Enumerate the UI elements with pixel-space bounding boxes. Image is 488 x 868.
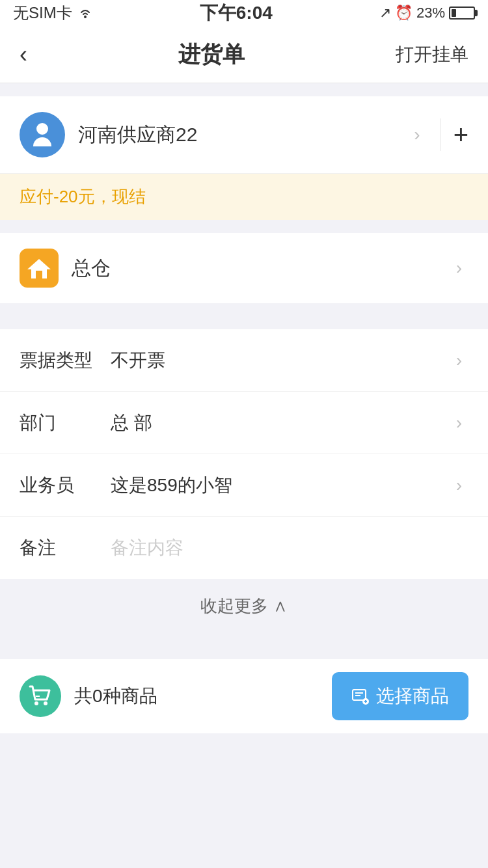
status-left: 无SIM卡 — [13, 3, 93, 23]
svg-point-4 — [44, 701, 47, 705]
add-button[interactable]: + — [454, 122, 468, 148]
department-row[interactable]: 部门 总 部 › — [0, 392, 488, 454]
status-right: ↗ ⏰ 23% — [379, 5, 475, 21]
department-label: 部门 — [20, 411, 111, 435]
svg-point-0 — [84, 16, 87, 18]
wifi-icon — [77, 7, 93, 19]
select-product-button[interactable]: 选择商品 — [332, 672, 468, 720]
remark-input[interactable]: 备注内容 — [111, 536, 468, 560]
avatar-person-icon — [29, 122, 55, 148]
alarm-icon: ⏰ — [395, 5, 413, 21]
remark-label: 备注 — [20, 536, 111, 560]
supplier-row[interactable]: 河南供应商22 › + — [0, 96, 488, 174]
invoice-type-chevron-icon: › — [456, 350, 462, 371]
warehouse-section[interactable]: 总仓 › — [0, 233, 488, 303]
bottom-bar: 共0种商品 选择商品 — [0, 659, 488, 733]
form-section: 票据类型 不开票 › 部门 总 部 › 业务员 这是859的小智 › 备注 备注… — [0, 329, 488, 579]
product-count-text: 共0种商品 — [74, 684, 332, 709]
supplier-section: 河南供应商22 › + 应付-20元，现结 — [0, 96, 488, 220]
battery-text: 23% — [416, 5, 445, 21]
warehouse-name: 总仓 — [72, 255, 456, 282]
supplier-avatar — [20, 112, 65, 157]
back-button[interactable]: ‹ — [20, 43, 27, 66]
product-icon-wrap — [20, 675, 61, 717]
invoice-type-value: 不开票 — [111, 348, 456, 373]
department-value: 总 部 — [111, 411, 456, 435]
battery-icon — [449, 7, 475, 20]
section-gap-1 — [0, 83, 488, 96]
invoice-type-label: 票据类型 — [20, 348, 111, 373]
status-time: 下午6:04 — [200, 1, 273, 25]
salesman-label: 业务员 — [20, 473, 111, 498]
open-pending-button[interactable]: 打开挂单 — [396, 42, 468, 67]
department-chevron-icon: › — [456, 413, 462, 433]
salesman-value: 这是859的小智 — [111, 473, 456, 498]
cart-icon — [29, 685, 52, 707]
section-gap-4 — [0, 633, 488, 646]
location-icon: ↗ — [379, 5, 391, 21]
invoice-type-row[interactable]: 票据类型 不开票 › — [0, 329, 488, 392]
warehouse-chevron-icon: › — [456, 258, 462, 278]
salesman-row[interactable]: 业务员 这是859的小智 › — [0, 454, 488, 517]
notice-text: 应付-20元，现结 — [20, 187, 146, 206]
warehouse-row[interactable]: 总仓 › — [0, 233, 488, 303]
nav-bar: ‹ 进货单 打开挂单 — [0, 26, 488, 83]
svg-rect-2 — [36, 271, 42, 278]
warehouse-icon — [20, 249, 59, 288]
page-title: 进货单 — [178, 40, 245, 70]
vertical-divider — [440, 118, 441, 151]
remark-row[interactable]: 备注 备注内容 — [0, 517, 488, 579]
select-product-label: 选择商品 — [376, 684, 449, 709]
select-product-icon — [351, 687, 370, 705]
notice-bar: 应付-20元，现结 — [0, 174, 488, 220]
salesman-chevron-icon: › — [456, 475, 462, 496]
carrier-text: 无SIM卡 — [13, 3, 72, 23]
section-gap-3 — [0, 303, 488, 316]
svg-point-3 — [34, 701, 38, 705]
house-icon — [27, 258, 51, 278]
status-bar: 无SIM卡 下午6:04 ↗ ⏰ 23% — [0, 0, 488, 26]
supplier-chevron-icon: › — [414, 124, 420, 145]
collapse-button[interactable]: 收起更多 ∧ — [0, 579, 488, 633]
section-gap-2 — [0, 220, 488, 233]
supplier-name: 河南供应商22 — [78, 122, 414, 148]
